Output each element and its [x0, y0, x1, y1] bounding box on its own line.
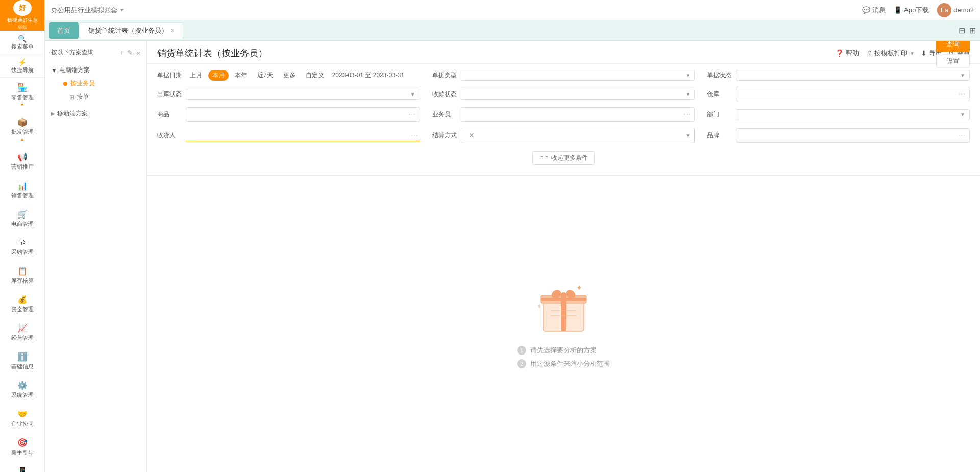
date-tab-thismonth[interactable]: 本月	[208, 70, 229, 81]
receiver-input[interactable]	[188, 132, 411, 139]
sidebar-item-purchase[interactable]: 🛍 采购管理	[0, 233, 44, 261]
message-button[interactable]: 💬 消息	[862, 6, 886, 15]
empty-tips: 1 请先选择要分析的方案 2 用过滤条件来缩小分析范围	[517, 346, 610, 368]
left-panel: 按以下方案查询 + ✎ « ▼ 电脑端方案 按业务员	[45, 41, 147, 472]
svg-point-6	[560, 292, 567, 298]
sidebar-item-apps[interactable]: 📱 应用中心	[0, 461, 44, 472]
sidebar-item-collab[interactable]: 🤝 企业协同	[0, 404, 44, 433]
print-button[interactable]: 🖨 按模板打印 ▼	[865, 49, 915, 58]
dropdown-icon: ▼	[119, 7, 125, 13]
collapse-label: 收起更多条件	[551, 154, 588, 162]
sidebar-item-sales[interactable]: 📊 销售管理	[0, 176, 44, 204]
content-wrapper: 按以下方案查询 + ✎ « ▼ 电脑端方案 按业务员	[45, 41, 980, 472]
sidebar-item-marketing[interactable]: 📢 营销推广	[0, 147, 44, 176]
dept-select[interactable]: ▼	[736, 109, 970, 120]
scheme-salesman-label: 按业务员	[70, 79, 95, 88]
add-scheme-icon[interactable]: +	[120, 49, 124, 57]
download-label: App下载	[904, 6, 929, 15]
brand-label: 品牌	[707, 131, 731, 140]
date-tab-more[interactable]: 更多	[279, 70, 300, 81]
receiver-input-area: ···	[186, 130, 420, 141]
scheme-by-salesman[interactable]: 按业务员	[51, 77, 140, 90]
sidebar-item-basic[interactable]: ℹ️ 基础信息	[0, 347, 44, 375]
document-selector[interactable]: 办公用品行业模拟账套 ▼	[51, 6, 125, 15]
tabbar: 首页 销货单统计表（按业务员） × ⊟ ⊞	[45, 20, 980, 41]
sidebar-item-management[interactable]: 📈 经营管理	[0, 318, 44, 347]
status-label: 单据状态	[707, 71, 731, 80]
export-icon: ⬇	[921, 49, 927, 57]
sidebar-item-inventory[interactable]: 📋 库存核算	[0, 261, 44, 290]
topbar-left: 办公用品行业模拟账套 ▼	[51, 6, 125, 15]
warehouse-field: 仓库 ···	[707, 87, 970, 101]
tab-maximize-icon[interactable]: ⊞	[969, 26, 976, 35]
sidebar-item-wholesale[interactable]: 📦 批发管理 ▲	[0, 112, 44, 147]
tab-home[interactable]: 首页	[49, 22, 79, 39]
settle-chevron-icon: ▼	[685, 133, 690, 138]
settle-select[interactable]: ✕ ▼	[461, 128, 695, 143]
scheme-section: ▼ 电脑端方案 按业务员 ⊞ 按单 ▶ 移动端方案	[45, 60, 146, 124]
edit-scheme-icon[interactable]: ✎	[127, 49, 133, 57]
app-logo[interactable]: 好 畅捷通好生意 标版	[0, 0, 45, 31]
filter-section: 单据日期 上月 本月 本年 近7天 更多 自定义 2023-03-01 至 20…	[147, 64, 980, 176]
download-icon: 📱	[894, 6, 902, 14]
salesman-dots-icon[interactable]: ···	[683, 110, 690, 119]
date-tab-7days[interactable]: 近7天	[253, 70, 277, 81]
sidebar-item-finance[interactable]: 💰 资金管理	[0, 290, 44, 318]
page-header: 销货单统计表（按业务员） ❓ 帮助 🖨 按模板打印 ▼ ⬇ 导出	[147, 41, 980, 64]
sidebar-item-ecommerce[interactable]: 🛒 电商管理	[0, 204, 44, 233]
tab-minimize-icon[interactable]: ⊟	[959, 26, 965, 35]
svg-text:✦: ✦	[576, 284, 582, 292]
empty-tip-2: 2 用过滤条件来缩小分析范围	[517, 359, 610, 368]
left-panel-header: 按以下方案查询 + ✎ «	[45, 45, 146, 60]
mobile-scheme-header[interactable]: ▶ 移动端方案	[51, 107, 140, 120]
query-button[interactable]: 查询	[936, 41, 970, 52]
empty-tip-1: 1 请先选择要分析的方案	[517, 346, 610, 355]
warehouse-label: 仓库	[707, 90, 731, 99]
tip-text-2: 用过滤条件来缩小分析范围	[530, 359, 610, 368]
date-tab-lastmonth[interactable]: 上月	[186, 70, 206, 81]
collapse-button[interactable]: ⌃⌃ 收起更多条件	[532, 151, 595, 165]
type-select[interactable]: ▼	[461, 70, 695, 81]
query-action-group: 查询 设置	[936, 41, 970, 68]
status-field: 单据状态 ▼	[707, 70, 970, 81]
receiver-dots-icon[interactable]: ···	[411, 131, 418, 140]
goods-dots-icon[interactable]: ···	[408, 110, 415, 119]
status-chevron-icon: ▼	[960, 73, 965, 78]
warehouse-dots-icon[interactable]: ···	[959, 89, 965, 99]
mobile-scheme-label: 移动端方案	[57, 109, 88, 118]
sidebar-item-guide[interactable]: 🎯 新手引导	[0, 433, 44, 461]
collapse-panel-icon[interactable]: «	[136, 49, 140, 57]
tab-sales-stat[interactable]: 销货单统计表（按业务员） ×	[80, 22, 183, 39]
warehouse-select[interactable]: ···	[736, 87, 970, 101]
desktop-scheme-header[interactable]: ▼ 电脑端方案	[51, 64, 140, 77]
sidebar-item-retail[interactable]: 🏪 零售管理 ▼	[0, 78, 44, 112]
out-select[interactable]: ▼	[186, 89, 420, 100]
settle-field: 结算方式 ✕ ▼	[432, 128, 695, 143]
quick-nav[interactable]: ⚡ 快捷导航	[0, 55, 44, 78]
search-menu[interactable]: 🔍 搜索菜单	[0, 31, 44, 55]
right-content: 销货单统计表（按业务员） ❓ 帮助 🖨 按模板打印 ▼ ⬇ 导出	[147, 41, 980, 472]
out-label: 出库状态	[157, 90, 182, 99]
sidebar-item-system[interactable]: ⚙️ 系统管理	[0, 375, 44, 404]
salesman-select[interactable]: ···	[461, 107, 695, 122]
goods-field: 商品 ···	[157, 107, 420, 122]
settle-clear-icon[interactable]: ✕	[465, 130, 478, 140]
goods-select[interactable]: ···	[186, 107, 420, 122]
date-tab-thisyear[interactable]: 本年	[231, 70, 251, 81]
topbar-right: 💬 消息 📱 App下载 Ea demo2	[862, 3, 974, 17]
print-icon: 🖨	[865, 49, 872, 57]
sidebar: 好 畅捷通好生意 标版 🔍 搜索菜单 ⚡ 快捷导航 🏪 零售管理 ▼ 📦 批发管…	[0, 0, 45, 472]
scheme-by-order[interactable]: ⊞ 按单	[51, 90, 140, 103]
print-label: 按模板打印	[874, 49, 908, 58]
settings-button[interactable]: 设置	[936, 54, 970, 68]
app-download-button[interactable]: 📱 App下载	[894, 6, 929, 15]
receiver-label: 收货人	[157, 131, 182, 140]
date-tab-custom[interactable]: 自定义	[302, 70, 328, 81]
help-button[interactable]: ❓ 帮助	[835, 49, 859, 58]
tab-close-icon[interactable]: ×	[171, 27, 175, 34]
user-area[interactable]: Ea demo2	[937, 3, 974, 17]
status-select[interactable]: ▼	[736, 70, 970, 81]
collect-select[interactable]: ▼	[461, 89, 695, 100]
brand-dots-icon[interactable]: ···	[959, 131, 965, 140]
brand-select[interactable]: ···	[736, 128, 970, 143]
